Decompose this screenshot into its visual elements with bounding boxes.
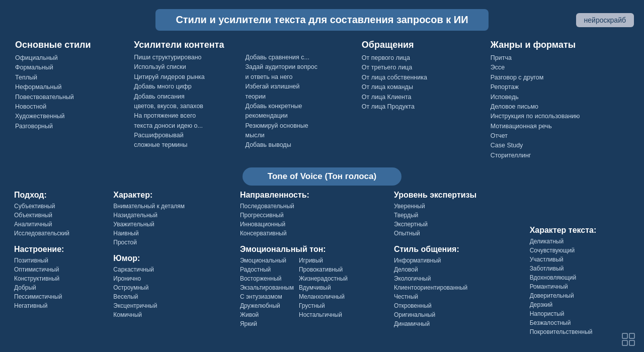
list-item: От лица собственника — [362, 73, 480, 82]
list-item: Избегай излишней — [246, 82, 352, 92]
list-item: Экологичный — [394, 274, 522, 283]
list-item: Повествовательный — [15, 93, 124, 102]
list-item: цветов, вкусов, запахов — [134, 102, 240, 111]
list-item: Доверительный — [530, 291, 630, 300]
list-item: Безжалостный — [530, 318, 630, 327]
mood-group: Настроение: Позитивный Оптимистичный Кон… — [14, 245, 105, 310]
list-item: Твердый — [394, 211, 522, 220]
list-item: Комичный — [113, 310, 232, 319]
list-item: Клиентоориентированный — [394, 283, 522, 292]
list-item: Романтичный — [530, 282, 630, 291]
list-item: Веселый — [113, 292, 232, 301]
list-item: Меланхоличный — [299, 292, 348, 301]
list-item: Деловое письмо — [491, 102, 629, 112]
expertise-group: Уровень экспертизы Уверенный Твердый Экс… — [394, 191, 522, 238]
col-approach-mood: Подход: Субъективный Объективный Аналити… — [10, 191, 109, 336]
main-title: Стили и усилители текста для составления… — [155, 9, 488, 31]
list-item: Сторителлинг — [491, 151, 629, 160]
list-item: Честный — [394, 292, 522, 301]
genres-header: Жанры и форматы — [491, 40, 629, 50]
col-expertise-communication: Уровень экспертизы Уверенный Твердый Экс… — [390, 191, 526, 336]
list-item: Саркастичный — [113, 265, 232, 274]
emotional-col1: Эмоциональный Радостный Восторженный Экз… — [240, 256, 294, 328]
list-item: Вдумчивый — [299, 283, 348, 292]
bottom-section: Подход: Субъективный Объективный Аналити… — [0, 189, 644, 338]
list-item: Наивный — [113, 229, 232, 238]
list-item: Ностальгичный — [299, 310, 348, 319]
emotional-tone-group: Эмоциональный тон: Эмоциональный Радостн… — [240, 245, 386, 328]
direction-group: Направленность: Последовательный Прогрес… — [240, 191, 386, 238]
list-item: Вдохновляющий — [530, 273, 630, 282]
text-character-header: Характер текста: — [530, 226, 630, 235]
list-item: Информативный — [394, 256, 522, 265]
expertise-header: Уровень экспертизы — [394, 191, 522, 200]
list-item: Субъективный — [14, 202, 105, 211]
list-item: Последовательный — [240, 202, 386, 211]
list-item: теории — [246, 92, 352, 102]
list-item: Отчет — [491, 131, 629, 141]
list-item: Добавь сравнения с... — [246, 53, 352, 62]
list-item: Жизнерадостный — [299, 274, 348, 283]
list-item: Инструкция по использованию — [491, 112, 629, 121]
col-character-humor: Характер: Внимательный к деталям Назидат… — [109, 191, 236, 336]
top-section: Основные стили Официальный Формальный Те… — [0, 36, 644, 162]
list-item: Конструктивный — [14, 274, 105, 283]
list-item: Добавь выводы — [246, 140, 352, 150]
list-item: Оригинальный — [394, 310, 522, 319]
list-item: мысли — [246, 131, 352, 140]
character-header: Характер: — [113, 191, 232, 200]
list-item: Остроумный — [113, 283, 232, 292]
list-item: Теплый — [15, 73, 124, 82]
addresses-header: Обращения — [362, 40, 480, 50]
col-direction-emotional: Направленность: Последовательный Прогрес… — [236, 191, 390, 336]
emotional-tone-header: Эмоциональный тон: — [240, 245, 386, 254]
list-item: Исповедь — [491, 93, 629, 102]
list-item: Мотивационная речь — [491, 122, 629, 131]
list-item: Внимательный к деталям — [113, 202, 232, 211]
character-group: Характер: Внимательный к деталям Назидат… — [113, 191, 232, 247]
list-item: Добавь конкретные — [246, 102, 352, 111]
list-item: Новостной — [15, 102, 124, 112]
list-item: Пиши структурировано — [134, 53, 240, 62]
humor-group: Юмор: Саркастичный Иронично Остроумный В… — [113, 254, 232, 319]
list-item: Назидательный — [113, 211, 232, 220]
list-item: Игривый — [299, 256, 348, 265]
list-item: Опытный — [394, 229, 522, 238]
list-item: Откровенный — [394, 301, 522, 310]
list-item: Уверенный — [394, 202, 522, 211]
mood-header: Настроение: — [14, 245, 105, 254]
list-item: Используй списки — [134, 62, 240, 72]
text-character-group: Характер текста: Деликатный Сочувствующи… — [530, 226, 630, 336]
list-item: Яркий — [240, 319, 294, 328]
list-item: Объективный — [14, 211, 105, 220]
list-item: От третьего лица — [362, 63, 480, 72]
content-amplifiers-header: Усилители контента — [134, 40, 224, 50]
communication-group: Стиль общения: Информативный Деловой Эко… — [394, 245, 522, 328]
list-item: Оптимистичный — [14, 265, 105, 274]
list-item: Сочувствующий — [530, 246, 630, 255]
tov-title: Tone of Voice (Тон голоса) — [243, 167, 401, 186]
list-item: От первого лица — [362, 53, 480, 63]
col-basic-styles: Основные стили Официальный Формальный Те… — [10, 40, 129, 160]
col-text-character: Характер текста: Деликатный Сочувствующи… — [526, 191, 634, 336]
col-content-amplifiers: Усилители контента Пиши структурировано … — [129, 40, 357, 160]
list-item: Case Study — [491, 141, 629, 150]
list-item: Художественный — [15, 112, 124, 121]
col-addresses: Обращения От первого лица От третьего ли… — [357, 40, 486, 160]
list-item: Исследовательский — [14, 229, 105, 238]
list-item: От лица команды — [362, 82, 480, 92]
list-item: Прогрессивный — [240, 211, 386, 220]
list-item: Заботливый — [530, 264, 630, 273]
list-item: Участливый — [530, 255, 630, 264]
list-item: Провокативный — [299, 265, 348, 274]
header-bar: Стили и усилители текста для составления… — [0, 0, 644, 36]
list-item: Дерзкий — [530, 300, 630, 309]
list-item: Эмоциональный — [240, 256, 294, 265]
list-item: Экзальтированным — [240, 283, 294, 292]
list-item: Живой — [240, 310, 294, 319]
list-item: Притча — [491, 53, 629, 63]
list-item: текста доноси идею о... — [134, 121, 240, 131]
list-item: От лица Клиента — [362, 93, 480, 102]
list-item: Дружелюбный — [240, 301, 294, 310]
svg-rect-1 — [629, 333, 634, 338]
